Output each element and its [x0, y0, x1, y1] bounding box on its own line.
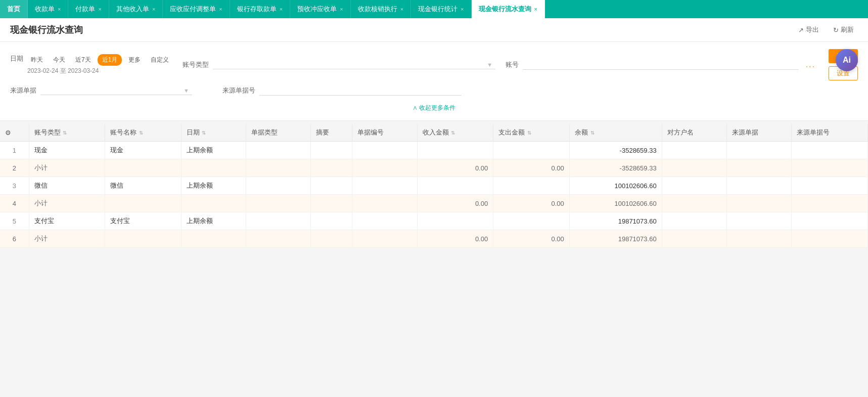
export-button[interactable]: ↗ 导出	[794, 23, 823, 36]
col-header-account_type[interactable]: 账号类型 ⇅	[29, 124, 105, 142]
source-doc-select[interactable]: ▼	[40, 86, 192, 95]
nav-item-bank-deposit[interactable]: 银行存取款单×	[230, 0, 290, 18]
col-header-income[interactable]: 收入金额 ⇅	[417, 124, 493, 142]
nav-close-icon[interactable]: ×	[400, 6, 403, 12]
nav-item-payment[interactable]: 付款单×	[68, 0, 109, 18]
cell-doc-no	[352, 212, 417, 230]
chevron-down-icon: ▼	[487, 62, 492, 68]
collapse-up-icon: ∧	[413, 104, 419, 111]
nav-item-advance-receipt[interactable]: 预收冲应收单×	[290, 0, 350, 18]
date-shortcut-更多[interactable]: 更多	[125, 54, 144, 66]
cell-summary	[310, 230, 352, 248]
refresh-icon: ↻	[833, 26, 839, 34]
date-shortcut-昨天[interactable]: 昨天	[27, 54, 47, 66]
table-row: 1现金现金上期余额-3528659.33	[0, 142, 868, 159]
cell-expense: 0.00	[493, 230, 570, 248]
nav-close-icon[interactable]: ×	[280, 6, 283, 12]
col-header-source_doc_no: 来源单据号	[791, 124, 867, 142]
cell-account-name	[105, 159, 181, 177]
cell-account-type: 小计	[29, 195, 105, 212]
table-header: ⚙账号类型 ⇅账号名称 ⇅日期 ⇅单据类型摘要单据编号收入金额 ⇅支出金额 ⇅余…	[0, 124, 868, 142]
col-header-expense[interactable]: 支出金额 ⇅	[493, 124, 570, 142]
col-header-balance[interactable]: 余额 ⇅	[569, 124, 662, 142]
cell-doc-no	[352, 177, 417, 195]
cell-date: 上期余额	[181, 177, 246, 195]
cell-account-name: 支付宝	[105, 212, 181, 230]
header-actions: ↗ 导出 ↻ 刷新	[794, 23, 858, 36]
cell-doc-no	[352, 142, 417, 159]
cell-index: 5	[0, 212, 29, 230]
source-doc-chevron-icon: ▼	[184, 87, 189, 94]
cell-account-name: 现金	[105, 142, 181, 159]
cell-doc-type	[246, 212, 310, 230]
nav-item-cash-stat[interactable]: 现金银行统计×	[411, 0, 471, 18]
cell-account-name	[105, 195, 181, 212]
nav-close-icon[interactable]: ×	[152, 6, 155, 12]
cell-counterpart	[662, 159, 726, 177]
col-header-account_name[interactable]: 账号名称 ⇅	[105, 124, 181, 142]
cell-index: 3	[0, 177, 29, 195]
nav-close-icon[interactable]: ×	[58, 6, 61, 12]
nav-item-receipt[interactable]: 收款单×	[28, 0, 68, 18]
cell-source-doc	[726, 230, 791, 248]
cell-account-type: 微信	[29, 177, 105, 195]
cell-doc-type	[246, 159, 310, 177]
cell-doc-no	[352, 195, 417, 212]
refresh-button[interactable]: ↻ 刷新	[829, 23, 858, 36]
sort-icon-account_name: ⇅	[138, 130, 143, 136]
cell-account-type: 小计	[29, 230, 105, 248]
filter-row-1: 日期 昨天今天近7天近1月更多自定义 2023-02-24 至 2023-03-…	[10, 49, 858, 80]
cell-account-type: 支付宝	[29, 212, 105, 230]
cell-index: 4	[0, 195, 29, 212]
cell-income: 0.00	[417, 159, 493, 177]
col-header-gear: ⚙	[0, 124, 29, 142]
nav-item-other-income[interactable]: 其他收入单×	[109, 0, 163, 18]
cell-source-doc-no	[791, 230, 867, 248]
source-doc-no-input[interactable]	[259, 85, 462, 96]
cell-doc-type	[246, 230, 310, 248]
cell-expense: 0.00	[493, 159, 570, 177]
cell-date	[181, 159, 246, 177]
date-shortcut-近1月[interactable]: 近1月	[98, 54, 122, 66]
cell-date: 上期余额	[181, 142, 246, 159]
nav-item-writeoff[interactable]: 收款核销执行×	[351, 0, 411, 18]
account-type-label: 账号类型	[182, 60, 209, 69]
ai-badge[interactable]: Ai	[836, 49, 858, 71]
col-header-doc_type: 单据类型	[246, 124, 310, 142]
date-shortcut-近7天[interactable]: 近7天	[72, 54, 95, 66]
nav-close-icon[interactable]: ×	[340, 6, 343, 12]
date-shortcut-今天[interactable]: 今天	[50, 54, 69, 66]
cell-source-doc-no	[791, 212, 867, 230]
cell-summary	[310, 159, 352, 177]
cell-account-type: 现金	[29, 142, 105, 159]
cell-summary	[310, 142, 352, 159]
source-doc-no-label: 来源单据号	[222, 86, 255, 95]
account-label: 账号	[506, 60, 519, 69]
nav-close-icon[interactable]: ×	[98, 6, 101, 12]
nav-item-cash-flow[interactable]: 现金银行流水查询×	[472, 0, 545, 18]
nav-item-home[interactable]: 首页	[0, 0, 28, 18]
cell-income	[417, 142, 493, 159]
date-shortcut-自定义[interactable]: 自定义	[147, 54, 172, 66]
cell-source-doc	[726, 195, 791, 212]
cell-summary	[310, 177, 352, 195]
nav-close-icon[interactable]: ×	[219, 6, 222, 12]
nav-close-icon[interactable]: ×	[461, 6, 464, 12]
sort-icon-account_type: ⇅	[62, 130, 67, 136]
cell-source-doc-no	[791, 159, 867, 177]
nav-item-adjustment[interactable]: 应收应付调整单×	[163, 0, 230, 18]
cell-account-name: 微信	[105, 177, 181, 195]
account-type-select[interactable]: ▼	[213, 61, 495, 69]
filter-area: 日期 昨天今天近7天近1月更多自定义 2023-02-24 至 2023-03-…	[0, 42, 868, 121]
cell-summary	[310, 212, 352, 230]
cell-doc-type	[246, 195, 310, 212]
ai-label: Ai	[843, 56, 851, 65]
cell-balance: 19871073.60	[569, 230, 662, 248]
nav-close-icon[interactable]: ×	[534, 6, 537, 12]
account-input[interactable]	[523, 60, 798, 70]
source-doc-group: 来源单据 ▼	[10, 86, 212, 95]
account-dots-button[interactable]: ...	[803, 60, 818, 69]
col-header-date[interactable]: 日期 ⇅	[181, 124, 246, 142]
collapse-bar[interactable]: ∧ 收起更多条件	[10, 101, 858, 115]
settings-icon[interactable]: ⚙	[5, 129, 11, 137]
